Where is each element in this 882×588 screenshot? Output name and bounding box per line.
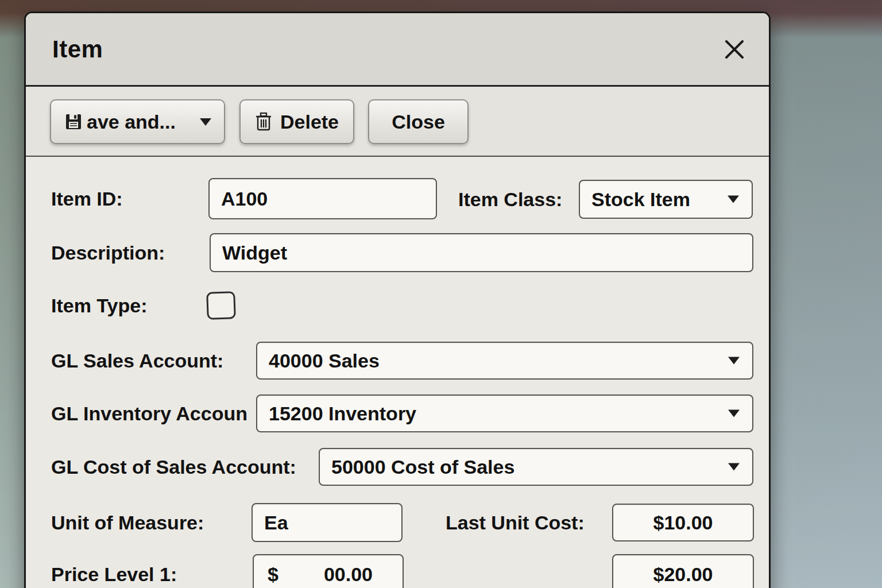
description-label: Description: (51, 233, 165, 272)
delete-button[interactable]: Delete (239, 99, 354, 144)
currency-symbol: $ (268, 563, 278, 586)
chevron-down-icon (728, 196, 739, 203)
close-button[interactable]: Close (368, 99, 469, 144)
floppy-disk-icon (64, 112, 83, 131)
unit-of-measure-input[interactable] (252, 503, 403, 542)
last-unit-cost-input[interactable] (612, 504, 754, 541)
last-unit-cost-label: Last Unit Cost: (446, 504, 585, 541)
item-dialog: Item ave and... (24, 11, 771, 588)
chevron-down-icon (728, 410, 740, 417)
unit-of-measure-label: Unit of Measure: (51, 503, 204, 542)
delete-label: Delete (280, 111, 339, 133)
price-level-1-input[interactable]: $ 00.00 (253, 554, 404, 588)
item-id-label: Item ID: (51, 178, 123, 219)
item-class-value: Stock Item (591, 188, 690, 211)
gl-inventory-account-dropdown[interactable]: 15200 Inventory (256, 394, 753, 432)
price-level-1-label: Price Level 1: (51, 554, 177, 588)
gl-sales-account-label: GL Sales Account: (51, 342, 223, 380)
gl-cost-of-sales-account-value: 50000 Cost of Sales (331, 456, 514, 478)
item-type-checkbox[interactable] (206, 291, 236, 320)
price-level-1-value: 00.00 (324, 563, 373, 586)
title-bar: Item (26, 13, 769, 87)
gl-inventory-account-label: GL Inventory Accoun (51, 394, 247, 432)
chevron-down-icon (728, 357, 740, 365)
item-type-label: Item Type: (51, 292, 148, 319)
dialog-title: Item (52, 36, 103, 63)
toolbar: ave and... Delete Close (26, 87, 769, 157)
save-and-button[interactable]: ave and... (50, 99, 225, 144)
description-input[interactable] (210, 233, 753, 272)
gl-cost-of-sales-account-dropdown[interactable]: 50000 Cost of Sales (319, 448, 753, 486)
amount-right-input[interactable] (612, 554, 754, 588)
save-dropdown-arrow-icon (200, 118, 211, 126)
item-class-label: Item Class: (458, 180, 562, 219)
close-icon[interactable] (719, 34, 749, 64)
form-area: Item ID: Item Class: Stock Item Descript… (26, 157, 769, 588)
gl-cost-of-sales-account-label: GL Cost of Sales Account: (51, 448, 296, 486)
close-label: Close (392, 111, 445, 133)
chevron-down-icon (728, 463, 740, 471)
gl-sales-account-dropdown[interactable]: 40000 Sales (256, 342, 753, 380)
save-and-label: ave and... (87, 111, 176, 133)
gl-inventory-account-value: 15200 Inventory (269, 403, 416, 425)
gl-sales-account-value: 40000 Sales (269, 350, 380, 372)
trash-icon (255, 112, 272, 131)
item-id-input[interactable] (208, 178, 437, 219)
item-class-dropdown[interactable]: Stock Item (579, 180, 753, 219)
